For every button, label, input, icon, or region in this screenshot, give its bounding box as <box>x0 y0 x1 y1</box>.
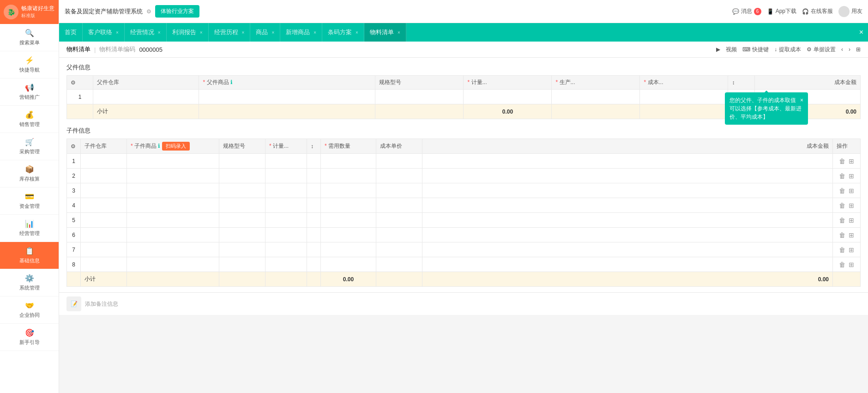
delete-icon-1[interactable]: 🗑 <box>839 157 845 165</box>
child-sort-6[interactable] <box>307 228 321 242</box>
copy-icon-1[interactable]: ⊞ <box>849 157 854 165</box>
sidebar-item-system[interactable]: ⚙️ 系统管理 <box>0 269 59 296</box>
copy-icon-8[interactable]: ⊞ <box>849 261 854 268</box>
sidebar-item-inventory[interactable]: 📦 库存核算 <box>0 160 59 187</box>
sidebar-item-finance[interactable]: 💳 资金管理 <box>0 187 59 215</box>
view-btn[interactable]: 视频 <box>726 46 737 54</box>
shortcut-btn[interactable]: ⌨ 快捷键 <box>742 46 769 54</box>
child-col-sort[interactable]: ↕ <box>307 139 321 154</box>
child-qty-unit-3[interactable] <box>265 183 307 198</box>
child-product-7[interactable] <box>127 242 219 257</box>
child-warehouse-5[interactable] <box>81 213 127 228</box>
tab-close-new-product[interactable]: × <box>313 30 316 35</box>
copy-icon-2[interactable]: ⊞ <box>849 172 854 180</box>
message-btn[interactable]: 💬 消息 6 <box>732 7 761 15</box>
tab-ops-history[interactable]: 经营历程 × <box>209 23 251 42</box>
copy-icon-6[interactable]: ⊞ <box>849 231 854 239</box>
child-needed-qty-3[interactable] <box>321 183 376 198</box>
child-spec-4[interactable] <box>219 198 265 213</box>
child-needed-qty-2[interactable] <box>321 169 376 183</box>
tab-close-profit-report[interactable]: × <box>200 30 203 35</box>
child-warehouse-6[interactable] <box>81 228 127 242</box>
delete-icon-5[interactable]: 🗑 <box>839 217 845 224</box>
child-sort-1[interactable] <box>307 154 321 169</box>
nav-prev-btn[interactable]: ‹ <box>841 46 843 53</box>
child-product-2[interactable] <box>127 169 219 183</box>
app-download-btn[interactable]: 📱 App下载 <box>767 7 796 15</box>
tab-bom[interactable]: 物料清单 × <box>364 23 406 42</box>
child-product-3[interactable] <box>127 183 219 198</box>
child-needed-qty-8[interactable] <box>321 257 376 272</box>
child-qty-unit-8[interactable] <box>265 257 307 272</box>
parent-col-sort[interactable]: ↕ <box>728 76 754 90</box>
user-avatar-btn[interactable]: 用友 <box>838 6 862 17</box>
copy-icon-7[interactable]: ⊞ <box>849 246 854 254</box>
tab-new-product[interactable]: 新增商品 × <box>280 23 322 42</box>
child-product-6[interactable] <box>127 228 219 242</box>
delete-icon-6[interactable]: 🗑 <box>839 231 845 239</box>
delete-icon-3[interactable]: 🗑 <box>839 187 845 194</box>
single-settings-btn[interactable]: ⚙ 单据设置 <box>807 46 836 54</box>
child-spec-2[interactable] <box>219 169 265 183</box>
sidebar-item-marketing[interactable]: 📢 营销推广 <box>0 79 59 106</box>
tab-close-customers[interactable]: × <box>116 30 119 35</box>
tab-home[interactable]: 首页 <box>59 23 83 42</box>
delete-icon-8[interactable]: 🗑 <box>839 261 845 268</box>
child-warehouse-4[interactable] <box>81 198 127 213</box>
scan-input-btn[interactable]: 扫码录入 <box>162 142 190 151</box>
child-qty-unit-4[interactable] <box>265 198 307 213</box>
parent-col-settings[interactable]: ⚙ <box>67 76 93 90</box>
grid-view-btn[interactable]: ⊞ <box>856 46 861 53</box>
child-sort-8[interactable] <box>307 257 321 272</box>
sidebar-item-basic-info[interactable]: 📋 基础信息 <box>0 242 59 269</box>
parent-warehouse-1[interactable] <box>93 90 199 104</box>
parent-cost-1[interactable] <box>640 90 728 104</box>
sidebar-item-search[interactable]: 🔍 搜索菜单 <box>0 24 59 51</box>
child-warehouse-7[interactable] <box>81 242 127 257</box>
tab-products[interactable]: 商品 × <box>250 23 280 42</box>
tab-operations-status[interactable]: 经营情况 × <box>125 23 167 42</box>
child-warehouse-1[interactable] <box>81 154 127 169</box>
child-sort-7[interactable] <box>307 242 321 257</box>
tab-close-ops-history[interactable]: × <box>242 30 245 35</box>
child-spec-1[interactable] <box>219 154 265 169</box>
copy-icon-5[interactable]: ⊞ <box>849 217 854 224</box>
sidebar-item-quick-nav[interactable]: ⚡ 快捷导航 <box>0 51 59 79</box>
sidebar-item-sales[interactable]: 💰 销售管理 <box>0 106 59 133</box>
child-spec-8[interactable] <box>219 257 265 272</box>
child-spec-5[interactable] <box>219 213 265 228</box>
tooltip-close-btn[interactable]: × <box>800 96 803 104</box>
child-warehouse-3[interactable] <box>81 183 127 198</box>
child-spec-6[interactable] <box>219 228 265 242</box>
child-qty-unit-5[interactable] <box>265 213 307 228</box>
sidebar-item-purchase[interactable]: 🛒 采购管理 <box>0 133 59 160</box>
sidebar-item-operations[interactable]: 📊 经营管理 <box>0 215 59 242</box>
add-note-label[interactable]: 添加备注信息 <box>85 300 118 308</box>
child-unit-cost-6[interactable] <box>376 228 422 242</box>
parent-spec-1[interactable] <box>375 90 464 104</box>
child-sort-4[interactable] <box>307 198 321 213</box>
child-unit-cost-1[interactable] <box>376 154 422 169</box>
settings-gear-icon[interactable]: ⚙ <box>146 8 151 15</box>
child-sort-3[interactable] <box>307 183 321 198</box>
child-needed-qty-5[interactable] <box>321 213 376 228</box>
child-col-settings[interactable]: ⚙ <box>67 139 81 154</box>
child-spec-3[interactable] <box>219 183 265 198</box>
child-needed-qty-1[interactable] <box>321 154 376 169</box>
delete-icon-4[interactable]: 🗑 <box>839 202 845 209</box>
close-all-tabs-btn[interactable]: × <box>855 28 868 36</box>
parent-production-1[interactable] <box>552 90 640 104</box>
child-warehouse-2[interactable] <box>81 169 127 183</box>
copy-icon-3[interactable]: ⊞ <box>849 187 854 194</box>
delete-icon-7[interactable]: 🗑 <box>839 246 845 254</box>
child-spec-7[interactable] <box>219 242 265 257</box>
add-note-icon[interactable]: 📝 <box>66 296 81 311</box>
tab-close-operations-status[interactable]: × <box>158 30 161 35</box>
child-needed-qty-7[interactable] <box>321 242 376 257</box>
child-qty-unit-1[interactable] <box>265 154 307 169</box>
tab-close-bom[interactable]: × <box>398 30 400 35</box>
child-unit-cost-4[interactable] <box>376 198 422 213</box>
child-product-8[interactable] <box>127 257 219 272</box>
online-service-btn[interactable]: 🎧 在线客服 <box>802 7 833 15</box>
child-unit-cost-5[interactable] <box>376 213 422 228</box>
